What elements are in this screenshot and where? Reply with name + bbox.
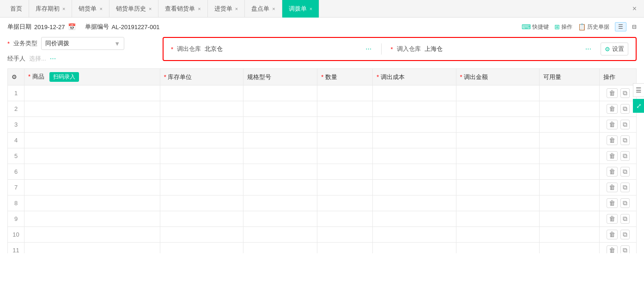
th-cost: * 调出成本 [373,69,456,85]
warehouse-out-more-icon[interactable]: ··· [365,45,371,53]
row-1-unit [160,85,243,101]
settings-button[interactable]: ⚙ 设置 [601,43,628,55]
warehouse-out-label: 调出仓库 [177,45,201,53]
row-num-4: 4 [8,133,24,148]
row-11-delete-icon[interactable]: 🗑 [607,245,618,253]
row-5-delete-icon[interactable]: 🗑 [607,151,618,161]
tab-purchase-order[interactable]: 进货单 × [208,0,245,18]
business-type-field: * 业务类型 同价调拨 ▼ [7,37,155,50]
tab-bar-close-button[interactable]: × [629,5,640,13]
row-7-op: 🗑⧉ [600,180,637,195]
table-row: 2 🗑⧉ [8,101,637,117]
row-2-qty[interactable] [317,101,373,117]
row-2-copy-icon[interactable]: ⧉ [620,104,630,114]
main-content: 单据日期 2019-12-27 📅 单据编号 AL-20191227-001 ⌨… [0,18,644,258]
number-field-group: 单据编号 AL-20191227-001 [85,23,160,31]
operation-button[interactable]: ⊞ 操作 [554,23,572,31]
tab-inventory-check-close[interactable]: × [272,6,275,12]
row-1-product[interactable] [24,85,160,101]
row-2-delete-icon[interactable]: 🗑 [607,104,618,114]
row-10-op: 🗑⧉ [600,227,637,243]
float-list-icon[interactable]: ☰ [633,83,644,97]
warehouse-out-required: * [171,46,173,53]
row-7-copy-icon[interactable]: ⧉ [620,183,630,192]
layout2-button[interactable]: ⊟ [632,24,637,30]
row-4-delete-icon[interactable]: 🗑 [607,135,618,145]
row-11-copy-icon[interactable]: ⧉ [620,245,630,253]
row-11-op: 🗑⧉ [600,243,637,254]
row-1-delete-icon[interactable]: 🗑 [607,88,618,98]
tab-inventory-check[interactable]: 盘点单 × [245,0,282,18]
row-8-copy-icon[interactable]: ⧉ [620,198,630,208]
data-table: ⚙ * 商品 扫码录入 * 库存单位 规格型号 * 数量 [7,68,637,253]
tab-view-sales-label: 查看销货单 [165,5,195,13]
date-label: 单据日期 [7,23,31,31]
tab-transfer-order-label: 调拨单 [289,5,307,13]
table-header-row: ⚙ * 商品 扫码录入 * 库存单位 规格型号 * 数量 [8,69,637,85]
row-num-10: 10 [8,227,24,243]
tab-sales-history[interactable]: 销货单历史 × [109,0,158,18]
handler-placeholder[interactable]: 选择... [29,55,46,63]
tab-sales-history-close[interactable]: × [149,6,152,12]
row-8-delete-icon[interactable]: 🗑 [607,198,618,208]
row-1-op-icons: 🗑 ⧉ [603,88,632,98]
tab-purchase-order-label: 进货单 [214,5,232,13]
history-button[interactable]: 📋 历史单据 [578,23,609,31]
float-expand-icon[interactable]: ⤢ [633,99,644,113]
row-2-op: 🗑⧉ [600,101,637,117]
row-1-cost [373,85,456,101]
tab-purchase-order-close[interactable]: × [235,6,238,12]
row-4-copy-icon[interactable]: ⧉ [620,135,630,145]
row-1-qty[interactable] [317,85,373,101]
tab-transfer-order-close[interactable]: × [310,6,312,12]
tab-view-sales-close[interactable]: × [198,6,200,12]
handler-more-icon[interactable]: ··· [50,55,56,63]
row-num-2: 2 [8,101,24,117]
tab-inventory-init[interactable]: 库存期初 × [29,0,72,18]
row-1-amount [456,85,539,101]
warehouse-divider [381,43,382,55]
calendar-icon[interactable]: 📅 [68,23,76,31]
th-unit-label: 库存单位 [168,73,192,80]
row-2-product[interactable] [24,101,160,117]
row-num-3: 3 [8,117,24,133]
form-area: * 业务类型 同价调拨 ▼ 经手人 选择... ··· * 调出仓库 北京仓 ·… [7,37,637,63]
row-10-delete-icon[interactable]: 🗑 [607,230,618,239]
row-3-delete-icon[interactable]: 🗑 [607,120,618,129]
business-type-label: 业务类型 [13,39,37,48]
table-row: 8 🗑⧉ [8,195,637,211]
tab-view-sales[interactable]: 查看销货单 × [158,0,207,18]
row-1-op: 🗑 ⧉ [600,85,637,101]
date-field-group: 单据日期 2019-12-27 📅 [7,23,76,31]
tab-inventory-init-close[interactable]: × [62,6,65,12]
row-3-op: 🗑⧉ [600,117,637,133]
row-1-copy-icon[interactable]: ⧉ [620,88,630,98]
row-6-delete-icon[interactable]: 🗑 [607,167,618,177]
settings-label: 设置 [612,45,624,53]
th-cost-label: 调出成本 [381,73,405,80]
row-5-copy-icon[interactable]: ⧉ [620,151,630,161]
date-value: 2019-12-27 [34,24,65,31]
warehouse-in-label: 调入仓库 [397,45,421,53]
tab-home[interactable]: 首页 [4,0,29,18]
layout-button[interactable]: ☰ [615,22,626,31]
tab-transfer-order[interactable]: 调拨单 × [282,0,319,18]
row-3-copy-icon[interactable]: ⧉ [620,120,630,129]
scan-button[interactable]: 扫码录入 [49,72,79,82]
handler-field: 经手人 选择... ··· [7,55,155,63]
row-6-op: 🗑⧉ [600,164,637,180]
row-num-6: 6 [8,164,24,180]
row-7-delete-icon[interactable]: 🗑 [607,183,618,192]
tab-sales-order-close[interactable]: × [99,6,102,12]
th-gear[interactable]: ⚙ [8,69,24,85]
row-9-copy-icon[interactable]: ⧉ [620,214,630,224]
row-9-delete-icon[interactable]: 🗑 [607,214,618,224]
table-row: 4 🗑⧉ [8,133,637,148]
row-10-copy-icon[interactable]: ⧉ [620,230,630,239]
tab-sales-order[interactable]: 销货单 × [72,0,109,18]
shortcut-button[interactable]: ⌨ 快捷键 [522,23,549,31]
form-left: * 业务类型 同价调拨 ▼ 经手人 选择... ··· [7,37,155,63]
business-type-select[interactable]: 同价调拨 ▼ [41,37,124,50]
row-6-copy-icon[interactable]: ⧉ [620,167,630,177]
warehouse-in-more-icon[interactable]: ··· [585,45,591,53]
